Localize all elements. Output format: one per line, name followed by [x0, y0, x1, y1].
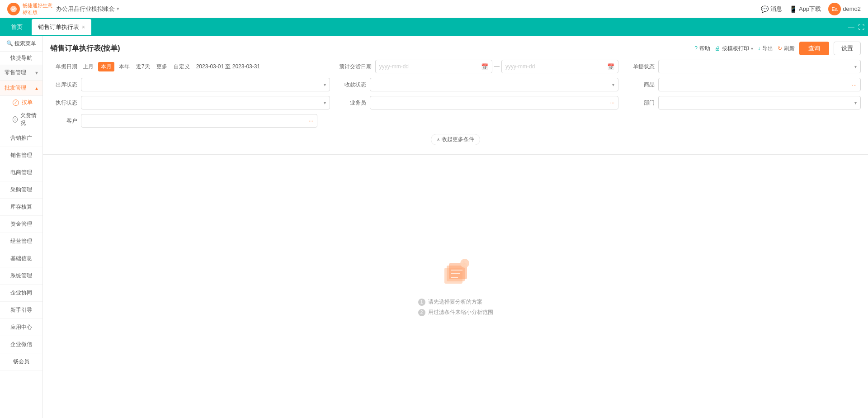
- sidebar-item-sales[interactable]: 销售管理: [0, 147, 42, 164]
- sub-label-antan: 按单: [22, 99, 33, 106]
- exec-status-arrow: ▾: [324, 100, 326, 105]
- forecast-date-start[interactable]: yyyy-mm-dd 📅: [375, 60, 492, 73]
- sidebar-wechat-label: 企业微信: [10, 341, 32, 348]
- sidebar-item-retail[interactable]: 零售管理 ▾: [0, 65, 42, 81]
- sidebar-inventory-label: 库存核算: [10, 203, 32, 211]
- sidebar-item-newuser[interactable]: 新手引导: [0, 302, 42, 319]
- sidebar-search-label: 搜索菜单: [14, 40, 36, 47]
- shortcut-custom[interactable]: 自定义: [172, 62, 192, 71]
- tab-sales-order[interactable]: 销售订单执行表 ×: [32, 19, 91, 35]
- tab-minimize-icon[interactable]: —: [848, 24, 854, 31]
- svg-point-6: [460, 259, 469, 268]
- shortcut-this-year[interactable]: 本年: [117, 62, 132, 71]
- breadcrumb-arrow-icon[interactable]: ▾: [117, 6, 119, 12]
- set-button[interactable]: 设置: [834, 42, 861, 55]
- sidebar-item-wholesale[interactable]: 批发管理 ▴: [0, 81, 42, 96]
- sidebar-search[interactable]: 🔍 搜索菜单: [0, 36, 42, 52]
- collapse-bar: ∧ 收起更多条件: [50, 132, 861, 149]
- dept-arrow: ▾: [854, 100, 857, 105]
- filter-group-dept: 部门 ▾: [618, 96, 861, 109]
- message-button[interactable]: 💬 消息: [761, 5, 782, 13]
- sidebar-item-wechat[interactable]: 企业微信: [0, 336, 42, 353]
- sidebar-item-enterprise[interactable]: 企业协同: [0, 285, 42, 302]
- filter-row-1: 单据日期 上月 本月 本年 近7天 更多 自定义 2023-03-01 至 20…: [50, 60, 861, 73]
- filter-group-status: 单据状态 ▾: [618, 60, 861, 73]
- filter-row-3: 执行状态 ▾ 业务员 ··· 部门: [50, 96, 861, 109]
- sidebar-sub-quhuo[interactable]: ○ 欠货情况: [0, 109, 42, 130]
- collapse-button[interactable]: ∧ 收起更多条件: [431, 134, 480, 145]
- filter-group-forecast-date: 预计交货日期 yyyy-mm-dd 📅 — yyyy-mm-dd 📅: [330, 60, 619, 73]
- avatar: Ea: [828, 3, 841, 15]
- product-label: 商品: [627, 81, 655, 89]
- sidebar-item-inventory[interactable]: 库存核算: [0, 199, 42, 216]
- content-area: 销售订单执行表(按单) ? 帮助 🖨 按模板打印 ▾ ↓ 导出: [43, 36, 868, 418]
- status-select[interactable]: ▾: [658, 60, 861, 73]
- calendar-end-icon: 📅: [607, 63, 614, 70]
- sidebar-item-member[interactable]: 畅会员: [0, 353, 42, 370]
- forecast-date-end[interactable]: yyyy-mm-dd 📅: [501, 60, 618, 73]
- sidebar-newuser-label: 新手引导: [10, 306, 32, 314]
- sidebar-retail-label: 零售管理: [5, 69, 26, 76]
- tab-bar-actions: — ⛶: [848, 24, 864, 31]
- sidebar-item-appcenter[interactable]: 应用中心: [0, 319, 42, 336]
- help-button[interactable]: ? 帮助: [694, 45, 710, 52]
- empty-hint-2: 2 用过滤条件来缩小分析范围: [418, 309, 493, 316]
- data-area: ! 1 请先选择要分析的方案 2 用过滤条件来缩小分析范围: [43, 155, 868, 418]
- sidebar-item-basic[interactable]: 基础信息: [0, 250, 42, 267]
- forecast-date-end-placeholder: yyyy-mm-dd: [505, 63, 535, 70]
- logo-text: 畅捷通好生意 标准版: [23, 2, 52, 15]
- sidebar-item-finance[interactable]: 资金管理: [0, 216, 42, 233]
- sidebar-item-ecommerce[interactable]: 电商管理: [0, 164, 42, 181]
- user-profile-button[interactable]: Ea demo2: [828, 3, 861, 15]
- sidebar-item-marketing[interactable]: 营销推广: [0, 130, 42, 147]
- export-icon: ↓: [758, 45, 760, 52]
- sidebar-item-system[interactable]: 系统管理: [0, 267, 42, 285]
- refresh-button[interactable]: ↻ 刷新: [778, 45, 795, 52]
- customer-select[interactable]: ···: [81, 114, 317, 128]
- receive-status-select[interactable]: ▾: [370, 78, 619, 91]
- empty-hint-1: 1 请先选择要分析的方案: [418, 298, 493, 306]
- export-button[interactable]: ↓ 导出: [758, 45, 773, 52]
- sidebar-retail-arrow: ▾: [35, 70, 38, 76]
- filter-panel-header: 销售订单执行表(按单) ? 帮助 🖨 按模板打印 ▾ ↓ 导出: [50, 42, 861, 55]
- search-icon: 🔍: [6, 40, 13, 47]
- salesman-dots-icon: ···: [610, 100, 614, 106]
- exec-status-select[interactable]: ▾: [81, 96, 330, 109]
- tab-close-icon[interactable]: ×: [82, 24, 85, 30]
- tab-maximize-icon[interactable]: ⛶: [858, 24, 864, 31]
- out-status-arrow: ▾: [324, 82, 326, 87]
- date-separator: —: [494, 63, 500, 70]
- print-button[interactable]: 🖨 按模板打印 ▾: [715, 45, 753, 52]
- sidebar-item-operation[interactable]: 经营管理: [0, 233, 42, 250]
- sidebar-item-purchase[interactable]: 采购管理: [0, 181, 42, 199]
- logo-area: 畅捷通好生意 标准版: [7, 2, 52, 15]
- sidebar-sub-antan[interactable]: ✓ 按单: [0, 96, 42, 109]
- shortcut-7days[interactable]: 近7天: [134, 62, 152, 71]
- salesman-label: 业务员: [339, 99, 366, 107]
- shortcut-more[interactable]: 更多: [155, 62, 169, 71]
- filter-group-product: 商品 ···: [618, 78, 861, 91]
- dept-select[interactable]: ▾: [658, 96, 861, 109]
- query-button[interactable]: 查询: [799, 42, 829, 55]
- shortcut-last-month[interactable]: 上月: [81, 62, 95, 71]
- customer-dots-icon: ···: [309, 118, 313, 124]
- sidebar-enterprise-label: 企业协同: [10, 289, 32, 297]
- filter-group-receive-status: 收款状态 ▾: [330, 78, 619, 91]
- product-select[interactable]: ···: [658, 78, 861, 91]
- exec-status-label: 执行状态: [50, 99, 77, 107]
- receive-status-label: 收款状态: [339, 81, 366, 89]
- shortcut-this-month[interactable]: 本月: [98, 62, 114, 71]
- breadcrumb-text: 办公用品行业模拟账套: [56, 5, 115, 13]
- filter-panel: 销售订单执行表(按单) ? 帮助 🖨 按模板打印 ▾ ↓ 导出: [43, 36, 868, 155]
- app-download-button[interactable]: 📱 App下载: [789, 5, 821, 13]
- out-status-select[interactable]: ▾: [81, 78, 330, 91]
- help-label: 帮助: [699, 45, 710, 52]
- forecast-date-start-placeholder: yyyy-mm-dd: [379, 63, 409, 70]
- salesman-select[interactable]: ···: [370, 96, 619, 109]
- user-name: demo2: [843, 5, 861, 12]
- sidebar-basic-label: 基础信息: [10, 255, 32, 262]
- tab-bar: 首页 销售订单执行表 × — ⛶: [0, 18, 868, 36]
- tab-home[interactable]: 首页: [4, 18, 30, 36]
- status-select-arrow: ▾: [854, 64, 857, 69]
- sidebar-nav[interactable]: 快捷导航: [0, 52, 42, 65]
